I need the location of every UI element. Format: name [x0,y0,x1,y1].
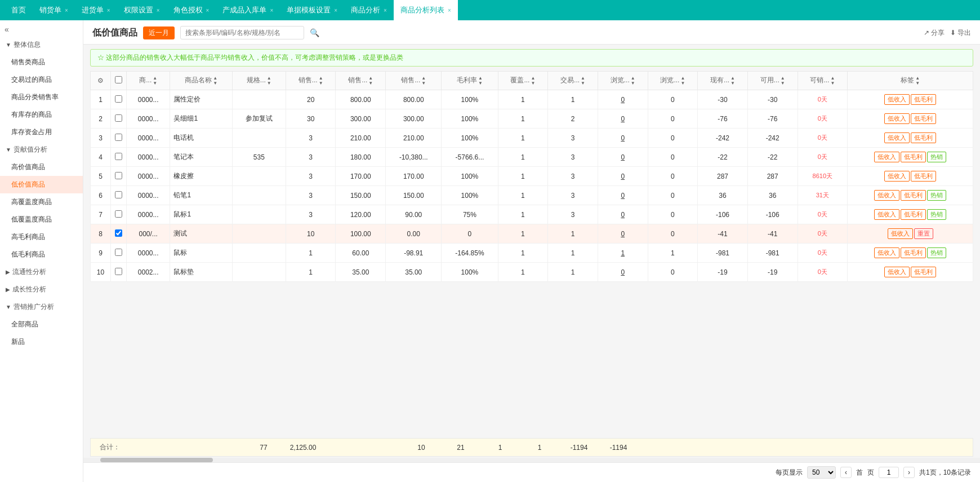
row-view1[interactable]: 0 [598,205,648,224]
col-current-stock[interactable]: 现有...▲▼ [698,72,748,90]
nav-template-settings[interactable]: 单据模板设置 × [280,0,344,20]
col-sales-profit[interactable]: 销售...▲▼ [386,72,442,90]
close-icon[interactable]: × [270,7,273,14]
col-checkbox[interactable] [111,72,127,90]
col-tags[interactable]: 标签▲▼ [848,72,973,90]
row-view1[interactable]: 0 [598,90,648,109]
sidebar-group-contribution[interactable]: ▼ 贡献值分析 [0,141,83,158]
row-view1[interactable]: 0 [598,224,648,244]
close-icon[interactable]: × [206,7,210,14]
sidebar-item-high-margin[interactable]: 高毛利商品 [0,228,83,246]
row-select-checkbox[interactable] [115,172,122,179]
sidebar-item-new-products[interactable]: 新品 [0,333,83,351]
col-trade[interactable]: 交易...▲▼ [548,72,598,90]
tag: 低毛利 [911,132,936,143]
row-view1[interactable]: 0 [598,167,648,186]
close-icon[interactable]: × [334,7,337,14]
close-icon[interactable]: × [107,7,110,14]
col-coverage[interactable]: 覆盖...▲▼ [498,72,548,90]
row-checkbox[interactable] [111,244,127,263]
row-checkbox[interactable] [111,205,127,224]
nav-product-analysis[interactable]: 商品分析 × [344,0,394,20]
sidebar-collapse-button[interactable]: « [5,25,9,34]
row-checkbox[interactable] [111,186,127,205]
sidebar-item-stocked-products[interactable]: 有库存的商品 [0,106,83,123]
export-button[interactable]: ⬇ 导出 [950,28,971,38]
row-select-checkbox[interactable] [115,134,122,141]
col-name[interactable]: 商品名称▲▼ [170,72,232,90]
row-view1[interactable]: 0 [598,263,648,282]
search-input[interactable] [180,26,304,39]
col-sales-qty[interactable]: 销售...▲▼ [286,72,336,90]
filter-recent-month-button[interactable]: 近一月 [143,26,175,39]
first-page-button[interactable]: ‹ [840,467,852,478]
row-select-checkbox[interactable] [115,191,122,198]
row-view1[interactable]: 1 [598,244,648,263]
row-view1[interactable]: 0 [598,148,648,167]
row-checkbox[interactable] [111,129,127,148]
col-sellable[interactable]: 可销...▲▼ [798,72,848,90]
col-spec[interactable]: 规格...▲▼ [232,72,286,90]
row-num: 7 [91,205,111,224]
row-tags: 低收入低毛利热销 [848,244,973,263]
select-all-checkbox[interactable] [115,76,122,83]
sidebar-item-traded-products[interactable]: 交易过的商品 [0,71,83,89]
sidebar-item-high-coverage[interactable]: 高覆盖度商品 [0,193,83,211]
page-number-input[interactable] [879,467,899,478]
row-checkbox[interactable] [111,148,127,167]
row-checkbox[interactable] [111,263,127,282]
close-icon[interactable]: × [157,7,160,14]
page-size-select[interactable]: 50 100 200 [807,466,836,479]
search-icon[interactable]: 🔍 [310,28,319,37]
share-button[interactable]: ↗ 分享 [924,28,945,38]
close-icon[interactable]: × [65,7,68,14]
col-settings[interactable]: ⚙ [91,72,111,90]
nav-sales-order[interactable]: 销货单 × [33,0,75,20]
row-select-checkbox[interactable] [115,153,122,160]
col-view2[interactable]: 浏览...▲▼ [648,72,698,90]
col-sales-amount[interactable]: 销售...▲▼ [336,72,386,90]
col-available-stock[interactable]: 可用...▲▼ [747,72,798,90]
horizontal-scrollbar[interactable] [83,458,980,462]
sidebar-item-category-rate[interactable]: 商品分类销售率 [0,89,83,106]
sidebar-item-high-value[interactable]: 高价值商品 [0,158,83,176]
row-view1[interactable]: 0 [598,109,648,129]
data-table-wrapper[interactable]: ⚙ 商...▲▼ 商品名称▲▼ 规格...▲▼ 销售...▲▼ 销售...▲▼ … [90,71,973,438]
sidebar-group-marketing[interactable]: ▼ 营销推广分析 [0,298,83,316]
row-checkbox[interactable] [111,90,127,109]
row-select-checkbox[interactable] [115,268,122,275]
sidebar-item-low-value[interactable]: 低价值商品 [0,176,83,193]
col-view1[interactable]: 浏览...▲▼ [598,72,648,90]
sidebar-item-sales-products[interactable]: 销售类商品 [0,54,83,71]
close-icon[interactable]: × [448,7,451,14]
nav-purchase-order[interactable]: 进货单 × [75,0,117,20]
sidebar-group-growth[interactable]: ▶ 成长性分析 [0,281,83,298]
col-gross-margin[interactable]: 毛利率▲▼ [442,72,498,90]
sidebar-item-stock-capital[interactable]: 库存资金占用 [0,123,83,141]
row-view1[interactable]: 0 [598,129,648,148]
row-checkbox[interactable] [111,109,127,129]
nav-product-analysis-list[interactable]: 商品分析列表 × [394,0,458,20]
sidebar-item-all-products[interactable]: 全部商品 [0,316,83,333]
sidebar-item-low-coverage[interactable]: 低覆盖度商品 [0,211,83,228]
sidebar-group-circulation[interactable]: ▶ 流通性分析 [0,263,83,281]
row-code: 0000... [127,109,170,129]
nav-role-auth[interactable]: 角色授权 × [167,0,216,20]
row-select-checkbox[interactable] [115,210,122,218]
row-view1[interactable]: 0 [598,186,648,205]
row-select-checkbox[interactable] [115,95,122,103]
next-page-button[interactable]: › [903,467,915,478]
sidebar-group-overall[interactable]: ▼ 整体信息 [0,36,83,54]
row-sales-profit: 0.00 [386,224,442,244]
nav-home[interactable]: 首页 [5,0,33,20]
col-code[interactable]: 商...▲▼ [127,72,170,90]
close-icon[interactable]: × [384,7,387,14]
row-select-checkbox[interactable] [115,229,122,237]
nav-permissions[interactable]: 权限设置 × [117,0,167,20]
sidebar-item-low-margin[interactable]: 低毛利商品 [0,246,83,263]
row-select-checkbox[interactable] [115,249,122,256]
nav-product-instock[interactable]: 产成品入库单 × [216,0,280,20]
row-checkbox[interactable] [111,167,127,186]
row-checkbox[interactable] [111,224,127,244]
row-select-checkbox[interactable] [115,114,122,122]
